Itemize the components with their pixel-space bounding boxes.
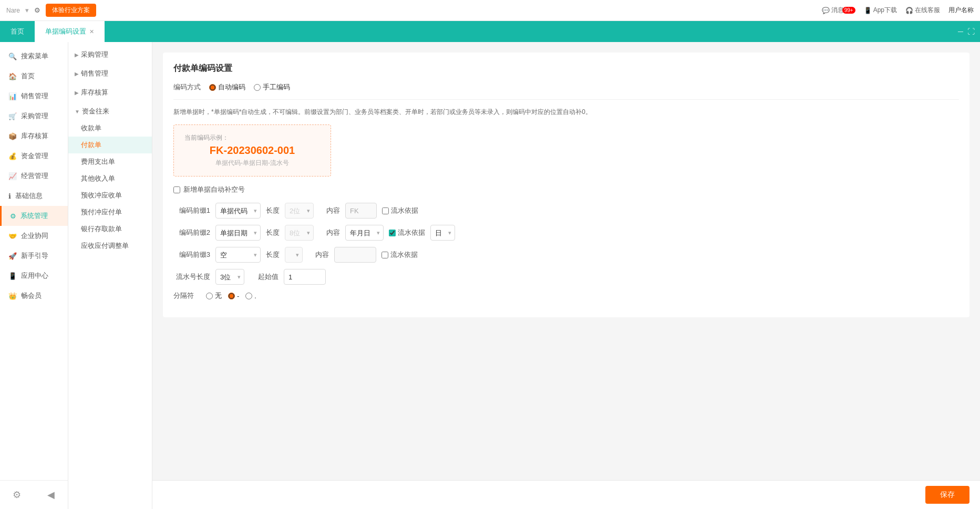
- sidebar2-item-prepay-payable[interactable]: 预付冲应付单: [68, 204, 152, 221]
- tab-close-icon[interactable]: ✕: [89, 28, 94, 35]
- page-title: 付款单编码设置: [173, 63, 959, 74]
- second-sidebar: ▶ 采购管理 ▶ 销售管理 ▶ 库存核算 ▼ 资金往来 收款单 付款单 费用支出…: [68, 42, 152, 509]
- prefix1-length-label: 长度: [266, 206, 280, 215]
- sidebar2-item-payment[interactable]: 付款单: [68, 137, 152, 153]
- sep-dash-input[interactable]: [228, 293, 235, 299]
- sidebar-item-purchase[interactable]: 🛒 采购管理: [0, 106, 68, 126]
- sidebar2-item-adjust[interactable]: 应收应付调整单: [68, 237, 152, 254]
- sidebar2-item-expense[interactable]: 费用支出单: [68, 153, 152, 170]
- save-button[interactable]: 保存: [925, 486, 969, 504]
- sidebar-item-guide[interactable]: 🚀 新手引导: [0, 246, 68, 266]
- tab-encoding[interactable]: 单据编码设置 ✕: [35, 21, 105, 42]
- brand-logo: Nare: [6, 7, 20, 14]
- auto-fill-row[interactable]: 新增单据自动补空号: [173, 185, 959, 194]
- bottom-settings-btn[interactable]: ⚙: [0, 486, 34, 504]
- download-action[interactable]: 📱 App下载: [864, 6, 897, 15]
- prefix2-serial-input[interactable]: [389, 230, 396, 236]
- sidebar-business-label: 经营管理: [21, 171, 48, 181]
- sidebar2-item-receipt[interactable]: 收款单: [68, 120, 152, 137]
- sep-dot-input[interactable]: [245, 293, 252, 299]
- prefix3-serial-input[interactable]: [381, 252, 388, 258]
- sidebar2-fund-title[interactable]: ▼ 资金往来: [68, 103, 152, 120]
- sidebar2-item-prepay-receive[interactable]: 预收冲应收单: [68, 187, 152, 204]
- prefix3-serial-check[interactable]: 流水依据: [381, 250, 418, 259]
- prefix2-content-select[interactable]: 年月日 年月 年: [345, 225, 384, 241]
- prefix3-select-wrap[interactable]: 空 单据代码 单据日期: [215, 247, 261, 263]
- sidebar-item-sales[interactable]: 📊 销售管理: [0, 86, 68, 106]
- prefix1-serial-check[interactable]: 流水依据: [382, 206, 418, 215]
- service-action[interactable]: 🎧 在线客服: [905, 6, 940, 15]
- sidebar-item-enterprise[interactable]: 🤝 企业协同: [0, 226, 68, 246]
- sidebar2-item-income[interactable]: 其他收入单: [68, 170, 152, 187]
- trial-button[interactable]: 体验行业方案: [46, 4, 96, 17]
- sep-dash-radio[interactable]: -: [228, 292, 239, 300]
- message-action[interactable]: 💬 消息 99+: [822, 6, 855, 15]
- sidebar2-sales-title[interactable]: ▶ 销售管理: [68, 65, 152, 82]
- manual-code-input[interactable]: [254, 84, 261, 91]
- sidebar-item-system[interactable]: ⚙ 系统管理: [0, 206, 68, 226]
- manual-code-radio[interactable]: 手工编码: [254, 82, 290, 92]
- prefix3-length-label: 长度: [266, 250, 280, 259]
- sep-none-radio[interactable]: 无: [206, 291, 222, 300]
- prefix2-content-select-wrap[interactable]: 年月日 年月 年: [345, 225, 384, 241]
- start-value-input[interactable]: [284, 269, 326, 285]
- main-card: 付款单编码设置 编码方式 自动编码 手工编码: [163, 53, 969, 317]
- prefix1-content-label: 内容: [319, 206, 340, 215]
- prefix1-select[interactable]: 单据代码 单据日期 空: [215, 203, 261, 219]
- basic-icon: ℹ: [8, 192, 11, 200]
- auto-fill-checkbox[interactable]: [173, 186, 180, 193]
- sidebar-item-member[interactable]: 👑 畅会员: [0, 286, 68, 306]
- home-icon: 🏠: [8, 72, 17, 80]
- serial-length-row: 流水号长度 3位 4位 5位 6位 起始值: [173, 269, 959, 285]
- serial-length-select[interactable]: 3位 4位 5位 6位: [215, 269, 244, 285]
- sidebar-sales-label: 销售管理: [21, 91, 48, 101]
- sidebar2-group-fund: ▼ 资金往来 收款单 付款单 费用支出单 其他收入单 预收冲应收单 预付冲应付单…: [68, 103, 152, 254]
- search-icon: 🔍: [8, 53, 17, 60]
- settings-icon[interactable]: ⚙: [34, 6, 40, 14]
- sidebar-item-inventory[interactable]: 📦 库存核算: [0, 126, 68, 146]
- sidebar-inventory-label: 库存核算: [21, 131, 48, 141]
- prefix2-select-wrap[interactable]: 单据代码 单据日期 空: [215, 225, 261, 241]
- serial-length-select-wrap[interactable]: 3位 4位 5位 6位: [215, 269, 244, 285]
- arrow-icon: ▶: [75, 52, 79, 58]
- sidebar-item-basic[interactable]: ℹ 基础信息: [0, 186, 68, 206]
- sidebar-finance-label: 资金管理: [21, 151, 48, 161]
- dropdown-icon[interactable]: ▾: [25, 6, 29, 14]
- prefix3-serial-label: 流水依据: [390, 250, 418, 259]
- auto-code-input[interactable]: [209, 84, 216, 91]
- sep-dot-radio[interactable]: .: [245, 292, 256, 300]
- auto-code-radio[interactable]: 自动编码: [209, 82, 245, 92]
- prefix1-select-wrap[interactable]: 单据代码 单据日期 空: [215, 203, 261, 219]
- sidebar2-item-bank[interactable]: 银行存取款单: [68, 221, 152, 237]
- start-value-label: 起始值: [258, 272, 278, 282]
- prefix2-label: 编码前缀2: [173, 228, 210, 237]
- prefix3-select[interactable]: 空 单据代码 单据日期: [215, 247, 261, 263]
- user-info[interactable]: 用户名称: [948, 6, 974, 15]
- prefix2-length-label: 长度: [266, 228, 280, 237]
- sidebar2-purchase-title[interactable]: ▶ 采购管理: [68, 46, 152, 63]
- sidebar2-inventory-title[interactable]: ▶ 库存核算: [68, 84, 152, 101]
- nav-maximize-btn[interactable]: ⛶: [967, 27, 975, 36]
- prefix1-serial-input[interactable]: [382, 207, 389, 214]
- prefix3-content-label: 内容: [308, 250, 329, 259]
- bottom-collapse-btn[interactable]: ◀: [34, 486, 68, 504]
- sidebar-item-finance[interactable]: 💰 资金管理: [0, 146, 68, 166]
- tab-home[interactable]: 首页: [0, 21, 35, 42]
- sidebar2-sales-label: 销售管理: [81, 69, 108, 78]
- sidebar-item-business[interactable]: 📈 经营管理: [0, 166, 68, 186]
- business-icon: 📈: [8, 172, 17, 180]
- sep-dash-label: -: [237, 292, 239, 300]
- prefix2-select[interactable]: 单据代码 单据日期 空: [215, 225, 261, 241]
- coding-method-row: 编码方式 自动编码 手工编码: [173, 82, 959, 100]
- sidebar-item-apps[interactable]: 📱 应用中心: [0, 266, 68, 286]
- prefix2-content-label: 内容: [319, 228, 340, 237]
- manual-code-label: 手工编码: [263, 82, 290, 92]
- prefix2-unit-wrap[interactable]: 日 月 年: [430, 225, 455, 241]
- sidebar-item-search[interactable]: 🔍 搜索菜单: [0, 46, 68, 66]
- sep-none-input[interactable]: [206, 293, 213, 299]
- prefix2-serial-check[interactable]: 流水依据: [389, 228, 425, 237]
- prefix2-unit-select[interactable]: 日 月 年: [430, 225, 455, 241]
- sidebar-item-home[interactable]: 🏠 首页: [0, 66, 68, 86]
- nav-minimize-btn[interactable]: ─: [958, 27, 963, 36]
- sidebar-apps-label: 应用中心: [21, 271, 48, 281]
